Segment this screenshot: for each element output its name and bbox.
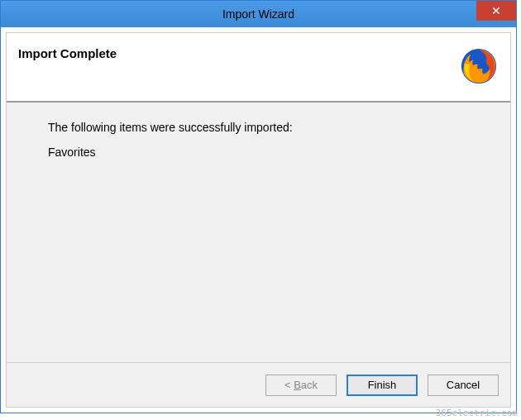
success-message: The following items were successfully im… xyxy=(48,121,469,134)
window-title: Import Wizard xyxy=(222,7,294,21)
imported-item: Favorites xyxy=(48,146,469,159)
wizard-body: The following items were successfully im… xyxy=(7,103,510,364)
content-panel: Import Complete The following items were… xyxy=(6,32,511,408)
page-title: Import Complete xyxy=(18,46,117,60)
button-bar: < Back Finish Cancel xyxy=(7,362,510,407)
wizard-window: Import Wizard ✕ Import Complete The foll… xyxy=(0,0,517,413)
cancel-button[interactable]: Cancel xyxy=(428,375,499,396)
finish-button[interactable]: Finish xyxy=(347,375,418,396)
firefox-icon xyxy=(459,46,499,89)
titlebar: Import Wizard ✕ xyxy=(1,1,516,27)
back-button[interactable]: < Back xyxy=(265,375,337,396)
wizard-header: Import Complete xyxy=(7,33,510,103)
watermark: 365electric.com xyxy=(436,408,518,418)
close-button[interactable]: ✕ xyxy=(476,1,516,21)
close-icon: ✕ xyxy=(491,5,501,17)
